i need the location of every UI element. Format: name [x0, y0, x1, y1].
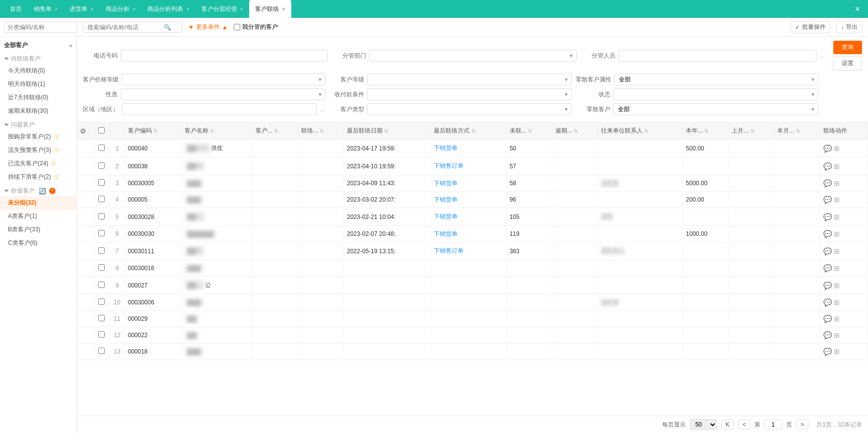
collapse-icon[interactable]: «	[69, 42, 72, 49]
chat-icon[interactable]: 💬	[823, 230, 832, 238]
value-customers-group[interactable]: 价值客户 🔄 !	[0, 184, 76, 196]
customer-type-select[interactable]	[367, 103, 572, 115]
chat-icon[interactable]: 💬	[823, 298, 832, 306]
sort-icon-person[interactable]: ⇅	[644, 128, 648, 134]
page-size-select[interactable]: 20 50 100	[690, 419, 717, 430]
grid-icon[interactable]: ⊞	[834, 348, 840, 356]
close-customer-tier-icon[interactable]: ×	[240, 6, 243, 12]
export-button[interactable]: ↓ 导出	[836, 21, 862, 33]
sidebar-item-churn-warning[interactable]: 流失预警客户(3)ⓘ	[0, 144, 76, 157]
nav-product-analysis-list[interactable]: 商品分析列表 ×	[141, 0, 195, 18]
grid-icon[interactable]: ⊞	[834, 315, 840, 323]
contact-method-link[interactable]: 下销货单	[434, 196, 458, 203]
phone-input[interactable]	[121, 50, 328, 62]
chat-icon[interactable]: 💬	[823, 348, 832, 356]
grid-icon[interactable]: ⊞	[834, 179, 840, 187]
first-page-button[interactable]: K	[721, 420, 734, 430]
sort-icon-date[interactable]: ⇅	[384, 128, 388, 134]
customer-tier-select[interactable]	[367, 73, 572, 85]
nature-select[interactable]	[121, 88, 326, 100]
manager-more-icon[interactable]: …	[819, 52, 825, 59]
chat-icon[interactable]: 💬	[823, 213, 832, 221]
close-customer-contact-icon[interactable]: ×	[282, 6, 285, 12]
price-tier-select[interactable]	[122, 73, 326, 85]
row-checkbox[interactable]	[98, 264, 105, 271]
row-checkbox[interactable]	[98, 315, 105, 321]
chat-icon[interactable]: 💬	[823, 162, 832, 170]
row-checkbox[interactable]	[98, 179, 105, 186]
pending-contact-group[interactable]: 待联络客户	[0, 52, 76, 64]
sort-icon-thismonth[interactable]: ⇅	[796, 128, 800, 134]
sort-icon-lastmonth[interactable]: ⇅	[750, 128, 754, 134]
grid-icon[interactable]: ⊞	[834, 213, 840, 221]
contact-method-link[interactable]: 下销售订单	[434, 247, 464, 254]
contact-method-link[interactable]: 下销售订单	[434, 162, 464, 169]
chat-icon[interactable]: 💬	[823, 144, 832, 152]
close-sales-order-icon[interactable]: ×	[55, 6, 58, 12]
sidebar-item-hoarding[interactable]: 囤购异常客户(2)ⓘ	[0, 130, 76, 144]
page-number-input[interactable]	[764, 420, 782, 430]
sort-icon-overdue[interactable]: ⇅	[574, 128, 578, 134]
main-search-input[interactable]	[87, 24, 162, 31]
contact-method-link[interactable]: 下销货单	[434, 213, 458, 220]
chat-icon[interactable]: 💬	[823, 315, 832, 323]
nav-customer-tier[interactable]: 客户分层经营 ×	[196, 0, 249, 18]
grid-icon[interactable]: ⊞	[834, 196, 840, 204]
region-more-icon[interactable]: …	[320, 106, 326, 113]
sort-icon-type[interactable]: ⇅	[274, 128, 278, 134]
grid-icon[interactable]: ⊞	[834, 230, 840, 238]
row-checkbox[interactable]	[98, 162, 105, 169]
dept-select[interactable]	[369, 50, 576, 62]
retail-attr-select[interactable]: 全部	[614, 73, 818, 85]
close-purchase-order-icon[interactable]: ×	[90, 6, 93, 12]
row-checkbox[interactable]	[98, 230, 105, 236]
sidebar-item-class-c[interactable]: C类客户(6)	[0, 236, 76, 250]
contact-method-link[interactable]: 下销货单	[434, 180, 458, 187]
chat-icon[interactable]: 💬	[823, 264, 832, 272]
row-checkbox[interactable]	[98, 144, 105, 151]
sidebar-item-ungrouped[interactable]: 未分组(32)	[0, 196, 76, 210]
sidebar-item-7days[interactable]: 近7天待联络(0)	[0, 91, 76, 104]
sort-icon-contact[interactable]: ⇅	[320, 128, 324, 134]
nav-purchase-order[interactable]: 进货单 ×	[64, 0, 99, 18]
sort-icon-method[interactable]: ⇅	[471, 128, 475, 134]
nav-sales-order[interactable]: 销售单 ×	[28, 0, 64, 18]
sidebar-item-today[interactable]: 今天待联络(0)	[0, 64, 76, 77]
query-button[interactable]: 查询	[833, 41, 862, 54]
all-customers-header[interactable]: 全部客户 «	[0, 37, 76, 52]
nav-product-analysis[interactable]: 商品分析 ×	[100, 0, 141, 18]
row-checkbox[interactable]	[98, 282, 105, 288]
reset-button[interactable]: 设置	[833, 56, 862, 71]
global-close-button[interactable]: ×	[851, 4, 864, 14]
chat-icon[interactable]: 💬	[823, 196, 832, 204]
region-input[interactable]	[122, 103, 317, 115]
contact-method-link[interactable]: 下销货单	[434, 144, 458, 151]
chat-icon[interactable]: 💬	[823, 282, 832, 289]
sort-icon-year[interactable]: ⇅	[704, 128, 708, 134]
sidebar-item-class-a[interactable]: A类客户(1)	[0, 210, 76, 223]
column-settings-button[interactable]: ⚙	[80, 127, 86, 135]
prev-page-button[interactable]: <	[738, 420, 750, 430]
sidebar-item-overdue[interactable]: 逾期未联络(30)	[0, 104, 76, 118]
row-checkbox[interactable]	[98, 298, 105, 305]
chat-icon[interactable]: 💬	[823, 331, 832, 339]
close-product-list-icon[interactable]: ×	[186, 6, 189, 12]
grid-icon[interactable]: ⊞	[834, 144, 840, 152]
my-customers-checkbox[interactable]	[234, 24, 240, 30]
contact-method-link[interactable]: 下销货单	[434, 230, 458, 237]
sort-icon-nocontact[interactable]: ⇅	[528, 128, 532, 134]
grid-icon[interactable]: ⊞	[834, 264, 840, 272]
sort-icon-name[interactable]: ⇅	[210, 128, 214, 134]
chat-icon[interactable]: 💬	[823, 247, 832, 255]
more-filters-button[interactable]: ▼ 更多条件 ▲	[188, 23, 228, 31]
sort-icon-code[interactable]: ⇅	[153, 128, 157, 134]
batch-operation-button[interactable]: ✓ 批量操作	[791, 21, 830, 33]
main-search-icon[interactable]: 🔍	[164, 24, 171, 31]
sidebar-item-churned[interactable]: 已流失客户(24)ⓘ	[0, 157, 76, 170]
grid-icon[interactable]: ⊞	[834, 247, 840, 255]
problem-customers-group[interactable]: 问题客户	[0, 118, 76, 130]
row-checkbox[interactable]	[98, 247, 105, 254]
chat-icon[interactable]: 💬	[823, 179, 832, 187]
grid-icon[interactable]: ⊞	[834, 331, 840, 339]
nav-home[interactable]: 首页	[4, 0, 28, 18]
